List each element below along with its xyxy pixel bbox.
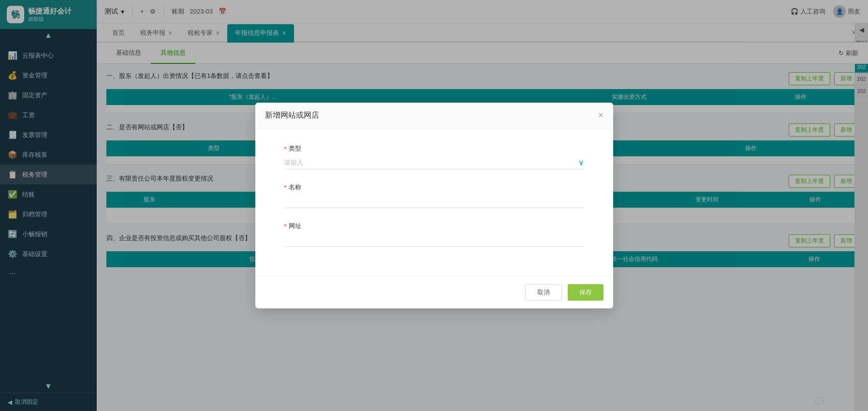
name-label: * 名称 xyxy=(284,183,301,192)
type-label: * 类型 xyxy=(284,144,301,153)
type-input[interactable] xyxy=(284,156,584,169)
cancel-button[interactable]: 取消 xyxy=(525,284,562,301)
dialog-footer: 取消 保存 xyxy=(255,276,613,308)
url-field: * 网址 xyxy=(284,222,584,247)
name-required: * xyxy=(284,184,287,191)
name-label-text: 名称 xyxy=(289,183,301,192)
type-required: * xyxy=(284,145,287,152)
url-required: * xyxy=(284,223,287,230)
type-field: * 类型 ∨ xyxy=(284,144,584,169)
dialog-close-btn[interactable]: × xyxy=(598,110,603,121)
url-label: * 网址 xyxy=(284,222,301,230)
save-button[interactable]: 保存 xyxy=(568,284,603,301)
name-input-wrap xyxy=(284,195,584,208)
type-label-text: 类型 xyxy=(289,144,301,153)
add-website-dialog: 新增网站或网店 × * 类型 ∨ * 名称 xyxy=(255,103,613,308)
dialog-header: 新增网站或网店 × xyxy=(255,103,613,129)
name-field: * 名称 xyxy=(284,183,584,208)
dialog-title: 新增网站或网店 xyxy=(265,110,319,121)
name-input[interactable] xyxy=(284,195,584,208)
modal-overlay: 新增网站或网店 × * 类型 ∨ * 名称 xyxy=(0,0,868,411)
url-label-text: 网址 xyxy=(289,222,301,230)
type-input-wrap: ∨ xyxy=(284,156,584,169)
dialog-body: * 类型 ∨ * 名称 * xyxy=(255,129,613,276)
url-input[interactable] xyxy=(284,233,584,246)
url-input-wrap xyxy=(284,233,584,247)
